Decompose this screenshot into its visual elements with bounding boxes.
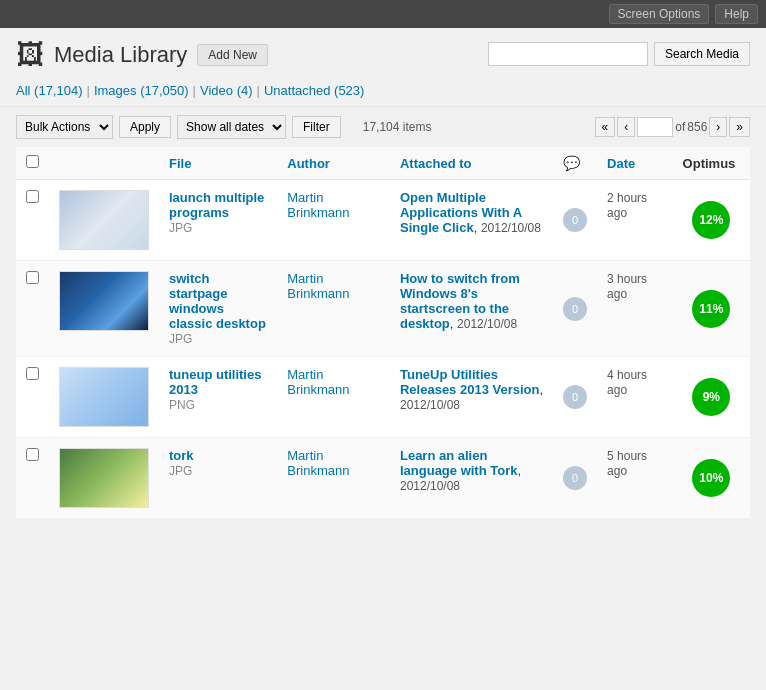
author-link[interactable]: Martin Brinkmann — [287, 367, 349, 397]
date-cell: 3 hours ago — [597, 261, 673, 357]
row-checkbox[interactable] — [26, 448, 39, 461]
author-link[interactable]: Martin Brinkmann — [287, 271, 349, 301]
file-ext: JPG — [169, 332, 192, 346]
thumbnail-cell — [49, 357, 159, 438]
comment-cell: 0 — [553, 261, 597, 357]
dates-select[interactable]: Show all dates — [177, 115, 286, 139]
file-link[interactable]: tork — [169, 448, 194, 463]
sep-2: | — [193, 83, 196, 98]
col-comment-header: 💬 — [553, 147, 597, 180]
file-ext: JPG — [169, 221, 192, 235]
file-link[interactable]: tuneup utilities 2013 — [169, 367, 261, 397]
table-row: tuneup utilities 2013 PNG Martin Brinkma… — [16, 357, 750, 438]
subnav-images[interactable]: Images (17,050) — [94, 83, 189, 98]
apply-button[interactable]: Apply — [119, 116, 171, 138]
date-sort-link[interactable]: Date — [607, 156, 635, 171]
subnav-video[interactable]: Video (4) — [200, 83, 253, 98]
attached-cell: Learn an alien language with Tork, 2012/… — [390, 438, 553, 519]
date-cell: 2 hours ago — [597, 180, 673, 261]
thumbnail-cell — [49, 180, 159, 261]
next-page-button[interactable]: › — [709, 117, 727, 137]
row-checkbox[interactable] — [26, 190, 39, 203]
table-row: launch multiple programs JPG Martin Brin… — [16, 180, 750, 261]
bulk-actions-select[interactable]: Bulk Actions — [16, 115, 113, 139]
row-checkbox-cell — [16, 438, 49, 519]
add-new-button[interactable]: Add New — [197, 44, 268, 66]
thumbnail — [59, 367, 149, 427]
file-link[interactable]: switch startpage windows classic desktop — [169, 271, 266, 331]
attached-cell: How to switch from Windows 8's startscre… — [390, 261, 553, 357]
filter-button[interactable]: Filter — [292, 116, 341, 138]
sep-1: | — [87, 83, 90, 98]
thumbnail-cell — [49, 438, 159, 519]
comment-icon: 💬 — [563, 155, 580, 171]
comment-count: 0 — [563, 297, 587, 321]
attached-date: 2012/10/08 — [481, 221, 541, 235]
optimus-badge: 9% — [692, 378, 730, 416]
attached-date: 2012/10/08 — [457, 317, 517, 331]
subnav-unattached[interactable]: Unattached (523) — [264, 83, 365, 98]
date-text: 2 hours ago — [607, 191, 647, 220]
date-cell: 4 hours ago — [597, 357, 673, 438]
thumbnail — [59, 190, 149, 250]
col-attached-header[interactable]: Attached to — [390, 147, 553, 180]
optimus-badge: 11% — [692, 290, 730, 328]
row-checkbox[interactable] — [26, 271, 39, 284]
row-checkbox-cell — [16, 357, 49, 438]
author-link[interactable]: Martin Brinkmann — [287, 448, 349, 478]
subnav-all[interactable]: All (17,104) — [16, 83, 83, 98]
media-library-icon: 🖼 — [16, 38, 44, 71]
sub-nav: All (17,104) | Images (17,050) | Video (… — [0, 75, 766, 106]
col-author-header[interactable]: Author — [277, 147, 390, 180]
comment-cell: 0 — [553, 438, 597, 519]
toolbar: Bulk Actions Apply Show all dates Filter… — [0, 106, 766, 147]
optimus-cell: 10% — [673, 438, 750, 519]
file-sort-link[interactable]: File — [169, 156, 191, 171]
date-text: 4 hours ago — [607, 368, 647, 397]
item-count: 17,104 items — [363, 120, 432, 134]
screen-options-button[interactable]: Screen Options — [609, 4, 710, 24]
file-ext: PNG — [169, 398, 195, 412]
file-link[interactable]: launch multiple programs — [169, 190, 264, 220]
table-header-row: File Author Attached to 💬 Date Optimus — [16, 147, 750, 180]
row-checkbox[interactable] — [26, 367, 39, 380]
optimus-badge: 12% — [692, 201, 730, 239]
search-media-button[interactable]: Search Media — [654, 42, 750, 66]
comment-count: 0 — [563, 466, 587, 490]
content-area: File Author Attached to 💬 Date Optimus — [0, 147, 766, 535]
row-checkbox-cell — [16, 180, 49, 261]
row-checkbox-cell — [16, 261, 49, 357]
header-left: 🖼 Media Library Add New — [16, 38, 268, 71]
first-page-button[interactable]: « — [595, 117, 616, 137]
select-all-checkbox[interactable] — [26, 155, 39, 168]
file-cell: launch multiple programs JPG — [159, 180, 277, 261]
author-sort-link[interactable]: Author — [287, 156, 330, 171]
page-of: of — [675, 120, 685, 134]
author-cell: Martin Brinkmann — [277, 438, 390, 519]
search-input[interactable] — [488, 42, 648, 66]
attached-link[interactable]: Learn an alien language with Tork — [400, 448, 518, 478]
date-cell: 5 hours ago — [597, 438, 673, 519]
last-page-button[interactable]: » — [729, 117, 750, 137]
col-date-header[interactable]: Date — [597, 147, 673, 180]
attached-link[interactable]: TuneUp Utilities Releases 2013 Version — [400, 367, 540, 397]
sep-3: | — [257, 83, 260, 98]
page-header: 🖼 Media Library Add New Search Media — [0, 28, 766, 75]
date-text: 3 hours ago — [607, 272, 647, 301]
attached-sort-link[interactable]: Attached to — [400, 156, 472, 171]
page-input[interactable]: 1 — [637, 117, 673, 137]
file-cell: tuneup utilities 2013 PNG — [159, 357, 277, 438]
file-cell: tork JPG — [159, 438, 277, 519]
table-row: tork JPG Martin Brinkmann Learn an alien… — [16, 438, 750, 519]
thumbnail-cell — [49, 261, 159, 357]
thumbnail — [59, 448, 149, 508]
prev-page-button[interactable]: ‹ — [617, 117, 635, 137]
comment-cell: 0 — [553, 357, 597, 438]
author-cell: Martin Brinkmann — [277, 261, 390, 357]
date-text: 5 hours ago — [607, 449, 647, 478]
help-button[interactable]: Help — [715, 4, 758, 24]
optimus-badge: 10% — [692, 459, 730, 497]
top-bar: Screen Options Help — [0, 0, 766, 28]
author-link[interactable]: Martin Brinkmann — [287, 190, 349, 220]
col-file-header[interactable]: File — [159, 147, 277, 180]
